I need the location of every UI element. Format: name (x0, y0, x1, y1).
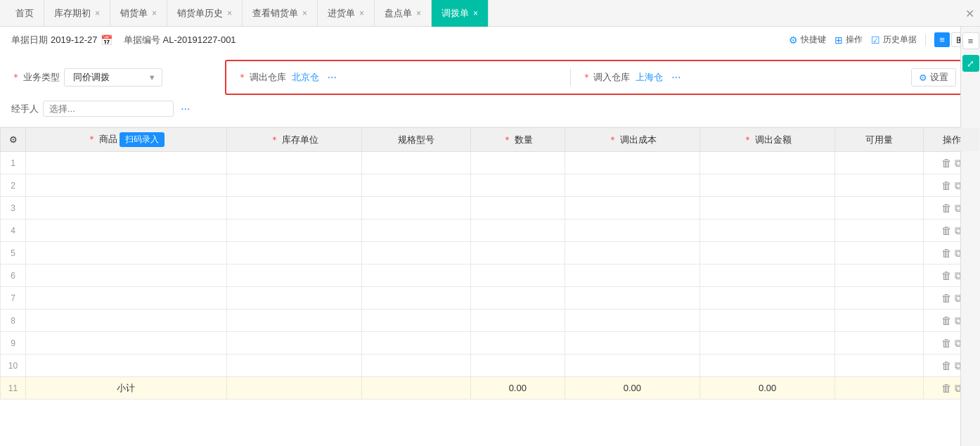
cell-spec[interactable] (361, 355, 470, 377)
cell-available[interactable] (835, 377, 924, 400)
col-gear[interactable]: ⚙ (1, 128, 26, 152)
cell-spec[interactable] (361, 174, 470, 197)
cell-qty[interactable] (470, 219, 565, 242)
cell-spec[interactable] (361, 310, 470, 332)
cell-available[interactable] (835, 242, 924, 265)
cell-spec[interactable] (361, 287, 470, 310)
cell-spec[interactable] (361, 377, 470, 400)
cell-goods[interactable] (26, 355, 227, 377)
in-warehouse-more-icon[interactable]: ··· (669, 71, 683, 84)
cell-cost[interactable] (565, 197, 699, 219)
cell-cost[interactable] (565, 152, 699, 174)
cell-amount[interactable] (699, 287, 834, 310)
cell-goods[interactable] (26, 332, 227, 355)
side-expand-button[interactable]: ⤢ (962, 55, 979, 72)
cell-unit[interactable] (226, 310, 361, 332)
cell-unit[interactable] (226, 377, 361, 400)
shortcut-button[interactable]: ⚙ 快捷键 (789, 34, 826, 46)
cell-cost[interactable] (565, 242, 699, 265)
delete-icon[interactable]: 🗑 (941, 382, 952, 394)
setting-button[interactable]: ⚙ 设置 (911, 68, 956, 87)
cell-cost[interactable] (565, 355, 699, 377)
tab-inventory-close[interactable]: × (416, 8, 421, 18)
scan-entry-button[interactable]: 扫码录入 (120, 132, 165, 147)
cell-spec[interactable] (361, 332, 470, 355)
delete-icon[interactable]: 🗑 (941, 224, 952, 236)
cell-cost[interactable] (565, 287, 699, 310)
view-list-btn[interactable]: ≡ (934, 32, 950, 47)
cell-available[interactable] (835, 287, 924, 310)
delete-icon[interactable]: 🗑 (941, 337, 952, 349)
cell-available[interactable] (835, 310, 924, 332)
cell-spec[interactable] (361, 242, 470, 265)
tab-sales-history[interactable]: 销货单历史 × (167, 0, 243, 27)
tab-view-sales[interactable]: 查看销货单 × (243, 0, 318, 27)
delete-icon[interactable]: 🗑 (941, 247, 952, 259)
calendar-icon[interactable]: 📅 (101, 34, 112, 46)
cell-qty[interactable] (470, 152, 565, 174)
cell-cost[interactable] (565, 265, 699, 287)
cell-goods[interactable] (26, 152, 227, 174)
cell-cost[interactable] (565, 174, 699, 197)
history-button[interactable]: ☑ 历史单据 (871, 34, 917, 46)
delete-icon[interactable]: 🗑 (941, 314, 952, 326)
cell-qty[interactable] (470, 332, 565, 355)
cell-amount[interactable] (699, 310, 834, 332)
handler-more-icon[interactable]: ··· (178, 103, 193, 115)
tab-home[interactable]: 首页 (6, 0, 44, 27)
cell-goods[interactable]: 小计 (26, 377, 227, 400)
cell-unit[interactable] (226, 242, 361, 265)
delete-icon[interactable]: 🗑 (941, 359, 952, 371)
cell-spec[interactable] (361, 197, 470, 219)
cell-available[interactable] (835, 332, 924, 355)
cell-goods[interactable] (26, 219, 227, 242)
cell-amount[interactable] (699, 174, 834, 197)
delete-icon[interactable]: 🗑 (941, 269, 952, 281)
cell-unit[interactable] (226, 197, 361, 219)
cell-qty[interactable] (470, 355, 565, 377)
cell-spec[interactable] (361, 219, 470, 242)
cell-goods[interactable] (26, 197, 227, 219)
cell-goods[interactable] (26, 242, 227, 265)
cell-qty[interactable] (470, 310, 565, 332)
out-warehouse-more-icon[interactable]: ··· (325, 71, 340, 84)
cell-available[interactable] (835, 265, 924, 287)
cell-cost[interactable] (565, 219, 699, 242)
tab-transfer[interactable]: 调拨单 × (432, 0, 489, 27)
cell-available[interactable] (835, 219, 924, 242)
cell-goods[interactable] (26, 174, 227, 197)
cell-amount[interactable] (699, 152, 834, 174)
cell-cost[interactable]: 0.00 (565, 377, 699, 400)
cell-spec[interactable] (361, 265, 470, 287)
cell-amount[interactable] (699, 197, 834, 219)
cell-qty[interactable] (470, 174, 565, 197)
cell-amount[interactable] (699, 242, 834, 265)
cell-unit[interactable] (226, 265, 361, 287)
cell-unit[interactable] (226, 287, 361, 310)
cell-qty[interactable] (470, 242, 565, 265)
tab-purchase[interactable]: 进货单 × (318, 0, 375, 27)
cell-goods[interactable] (26, 310, 227, 332)
tab-sales-close[interactable]: × (152, 8, 157, 18)
delete-icon[interactable]: 🗑 (941, 202, 952, 214)
cell-amount[interactable] (699, 219, 834, 242)
cell-amount[interactable]: 0.00 (699, 377, 834, 400)
cell-amount[interactable] (699, 332, 834, 355)
cell-unit[interactable] (226, 174, 361, 197)
tab-opening[interactable]: 库存期初 × (44, 0, 110, 27)
biz-type-dropdown[interactable]: 同价调拨 ▼ (64, 68, 162, 87)
tab-view-sales-close[interactable]: × (302, 8, 307, 18)
cell-goods[interactable] (26, 265, 227, 287)
cell-amount[interactable] (699, 355, 834, 377)
cell-qty[interactable] (470, 265, 565, 287)
delete-icon[interactable]: 🗑 (941, 292, 952, 304)
cell-unit[interactable] (226, 332, 361, 355)
cell-goods[interactable] (26, 287, 227, 310)
tab-purchase-close[interactable]: × (359, 8, 364, 18)
cell-unit[interactable] (226, 152, 361, 174)
cell-available[interactable] (835, 174, 924, 197)
cell-spec[interactable] (361, 152, 470, 174)
cell-available[interactable] (835, 152, 924, 174)
tab-sales[interactable]: 销货单 × (110, 0, 167, 27)
cell-qty[interactable] (470, 197, 565, 219)
